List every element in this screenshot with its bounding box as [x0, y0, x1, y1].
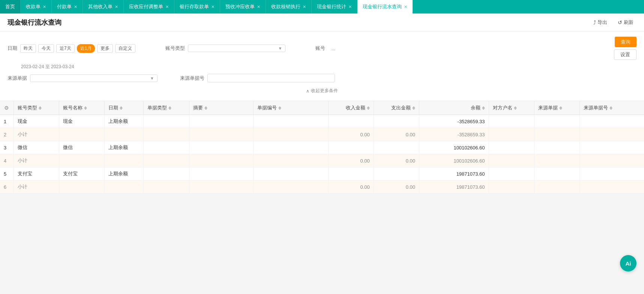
- cell-counter-party: [489, 115, 534, 128]
- table-row[interactable]: 3微信微信上期余额100102606.60: [0, 141, 644, 154]
- account-type-filter-group: 账号类型 ▼: [165, 45, 285, 52]
- sort-icon: [84, 106, 87, 110]
- cell-balance: -3528659.33: [419, 128, 489, 141]
- gear-icon[interactable]: ⚙: [4, 105, 9, 111]
- nav-tab-2[interactable]: 付款单 ✕: [52, 0, 83, 13]
- sort-icon: [39, 106, 42, 110]
- th-settings[interactable]: ⚙: [0, 101, 14, 115]
- cell-expense: [374, 141, 419, 154]
- nav-home[interactable]: 首页: [0, 0, 21, 13]
- close-icon[interactable]: ✕: [211, 4, 215, 9]
- nav-tab-3[interactable]: 其他收入单 ✕: [83, 0, 124, 13]
- source-doc-no-filter-group: 来源单据号: [180, 74, 335, 82]
- page-title: 现金银行流水查询: [8, 18, 62, 27]
- export-button[interactable]: ⤴ 导出: [590, 18, 610, 27]
- close-icon[interactable]: ✕: [404, 4, 407, 9]
- source-doc-no-input[interactable]: [207, 74, 335, 82]
- cell-source-doc: [534, 154, 579, 167]
- th-expense[interactable]: 支出金额: [374, 101, 419, 115]
- cell-doc-no: [253, 181, 328, 194]
- th-doc-type[interactable]: 单据类型: [144, 101, 189, 115]
- cell-summary: [189, 154, 253, 167]
- query-button[interactable]: 查询: [615, 37, 636, 47]
- cell-expense: 0.00: [374, 128, 419, 141]
- cell-balance: 100102606.60: [419, 154, 489, 167]
- sort-icon: [514, 106, 517, 110]
- cell-account-type: 小计: [14, 154, 59, 167]
- row-no: 6: [0, 181, 14, 194]
- cell-counter-party: [489, 141, 534, 154]
- sort-icon: [482, 106, 485, 110]
- date-custom[interactable]: 自定义: [115, 44, 135, 53]
- refresh-button[interactable]: ↺ 刷新: [615, 18, 636, 27]
- cell-date: 上期余额: [105, 141, 144, 154]
- th-source-doc[interactable]: 来源单据: [534, 101, 579, 115]
- th-account-name[interactable]: 账号名称: [59, 101, 104, 115]
- nav-tab-1[interactable]: 收款单 ✕: [21, 0, 52, 13]
- th-balance[interactable]: 余额: [419, 101, 489, 115]
- source-doc-label: 来源单据: [8, 75, 27, 82]
- cell-account-name: [59, 154, 104, 167]
- date-yesterday[interactable]: 昨天: [20, 44, 36, 53]
- cell-date: [105, 181, 144, 194]
- filter-buttons: 查询 设置: [614, 37, 636, 60]
- collapse-bar[interactable]: ∧ 收起更多条件: [8, 86, 636, 96]
- more-options-button[interactable]: ...: [328, 45, 338, 52]
- nav-tab-9[interactable]: 现金银行流水查询 ✕: [357, 0, 413, 13]
- th-counter-party[interactable]: 对方户名: [489, 101, 534, 115]
- date-7days[interactable]: 近7天: [56, 44, 75, 53]
- th-income[interactable]: 收入金额: [328, 101, 374, 115]
- th-source-doc-no[interactable]: 来源单据号: [580, 101, 644, 115]
- nav-tab-5[interactable]: 银行存取款单 ✕: [174, 0, 220, 13]
- close-icon[interactable]: ✕: [348, 4, 352, 9]
- close-icon[interactable]: ✕: [303, 4, 306, 9]
- cell-date: 上期余额: [105, 167, 144, 181]
- nav-tab-7[interactable]: 收款核销执行 ✕: [266, 0, 312, 13]
- th-summary[interactable]: 摘要: [189, 101, 253, 115]
- date-options: 昨天 今天 近7天 近1月 更多 自定义: [20, 44, 135, 53]
- cell-expense: [374, 115, 419, 128]
- close-icon[interactable]: ✕: [165, 4, 169, 9]
- cell-counter-party: [489, 128, 534, 141]
- cell-balance: 19871073.60: [419, 167, 489, 181]
- cell-income: 0.00: [328, 181, 374, 194]
- close-icon[interactable]: ✕: [115, 4, 118, 9]
- source-doc-no-label: 来源单据号: [180, 75, 204, 82]
- data-table: ⚙ 账号类型 账号名称: [0, 101, 644, 194]
- row-no: 5: [0, 167, 14, 181]
- table-row[interactable]: 5支付宝支付宝上期余额19871073.60: [0, 167, 644, 181]
- cell-account-name: [59, 128, 104, 141]
- date-today[interactable]: 今天: [38, 44, 54, 53]
- table-body: 1现金现金上期余额-3528659.332小计0.000.00-3528659.…: [0, 115, 644, 194]
- date-label: 日期: [8, 45, 17, 52]
- cell-income: 0.00: [328, 154, 374, 167]
- sort-icon: [278, 106, 281, 110]
- table-row[interactable]: 2小计0.000.00-3528659.33: [0, 128, 644, 141]
- date-filter-group: 日期 昨天 今天 近7天 近1月 更多 自定义: [8, 44, 135, 53]
- sort-icon: [559, 106, 562, 110]
- nav-tab-4[interactable]: 应收应付调整单 ✕: [124, 0, 174, 13]
- nav-tab-8[interactable]: 现金银行统计 ✕: [312, 0, 357, 13]
- close-icon[interactable]: ✕: [257, 4, 260, 9]
- th-doc-no[interactable]: 单据编号: [253, 101, 328, 115]
- cell-date: [105, 128, 144, 141]
- sort-icon: [204, 106, 207, 110]
- date-1month[interactable]: 近1月: [77, 44, 95, 53]
- account-type-select[interactable]: ▼: [188, 45, 285, 52]
- cell-doc-type: [144, 167, 189, 181]
- settings-button[interactable]: 设置: [614, 49, 636, 60]
- source-doc-select[interactable]: ▼: [30, 75, 158, 82]
- cell-doc-type: [144, 128, 189, 141]
- close-icon[interactable]: ✕: [74, 4, 77, 9]
- table-row[interactable]: 1现金现金上期余额-3528659.33: [0, 115, 644, 128]
- refresh-icon: ↺: [618, 19, 622, 25]
- nav-tab-6[interactable]: 预收冲应收单 ✕: [220, 0, 266, 13]
- table-row[interactable]: 6小计0.000.0019871073.60: [0, 181, 644, 194]
- th-date[interactable]: 日期: [105, 101, 144, 115]
- th-account-type[interactable]: 账号类型: [14, 101, 59, 115]
- cell-summary: [189, 115, 253, 128]
- close-icon[interactable]: ✕: [43, 4, 46, 9]
- table-row[interactable]: 4小计0.000.00100102606.60: [0, 154, 644, 167]
- cell-doc-type: [144, 141, 189, 154]
- date-more[interactable]: 更多: [97, 44, 113, 53]
